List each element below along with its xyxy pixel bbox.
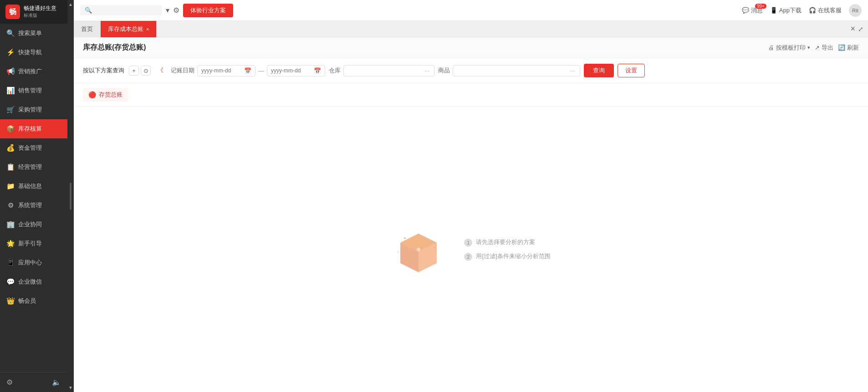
online-service-label: 在线客服 <box>818 6 842 15</box>
sidebar-footer: ⚙ 🔈 <box>0 372 67 392</box>
search-icon: 🔍 <box>6 29 15 37</box>
sidebar-item-inventory[interactable]: 📦 库存核算 <box>0 119 67 138</box>
sidebar-item-basic[interactable]: 📁 基础信息 <box>0 177 67 196</box>
print-icon: 🖨 <box>768 44 774 51</box>
product-more-icon: ··· <box>570 67 575 74</box>
app-download-item[interactable]: 📱 App下载 <box>770 6 802 15</box>
marketing-icon: 📢 <box>6 67 15 76</box>
date-label: 记账日期 <box>171 66 194 75</box>
inventory-icon: 📦 <box>6 125 15 133</box>
audio-footer-icon[interactable]: 🔈 <box>52 378 61 387</box>
empty-tip-2: 2 用[过滤]条件来缩小分析范围 <box>464 252 550 261</box>
panel-expand-button[interactable]: ⤢ <box>858 25 863 33</box>
filter-product-group: 商品 ··· <box>438 65 580 76</box>
panel-close-button[interactable]: × <box>850 24 855 34</box>
calendar-to-icon[interactable]: 📅 <box>314 67 321 74</box>
system-icon: ⚙ <box>6 201 15 209</box>
tip-1-num: 1 <box>464 239 472 247</box>
message-item[interactable]: 💬 消息 99+ <box>742 6 763 15</box>
sidebar-item-label: 搜索菜单 <box>18 29 42 37</box>
tab-inventory-label: 库存成本总账 <box>108 25 143 33</box>
filter-row: 记账日期 📅 — 📅 仓库 ··· <box>171 64 859 77</box>
date-from-input[interactable] <box>201 67 242 74</box>
scheme-item[interactable]: 🔴 存货总账 <box>83 88 128 102</box>
tab-close-icon[interactable]: × <box>146 26 149 32</box>
industry-btn[interactable]: 体验行业方案 <box>183 4 233 17</box>
setting-button[interactable]: 设置 <box>618 64 645 77</box>
empty-tip-1: 1 请先选择要分析的方案 <box>464 238 550 247</box>
sidebar-item-purchase[interactable]: 🛒 采购管理 <box>0 100 67 119</box>
filter-settings-btn[interactable]: ⊙ <box>141 66 151 76</box>
svg-point-6 <box>398 251 399 252</box>
sidebar-item-finance[interactable]: 💰 资金管理 <box>0 138 67 158</box>
topbar-right: 💬 消息 99+ 📱 App下载 🎧 在线客服 Rit <box>742 4 862 17</box>
app-logo-icon: 畅 <box>5 5 20 19</box>
sidebar-item-label: 营销推广 <box>18 67 42 76</box>
filter-add-btn[interactable]: + <box>129 66 139 76</box>
tip-2-text: 用[过滤]条件来缩小分析范围 <box>476 252 550 260</box>
date-to-input[interactable] <box>271 67 312 74</box>
topbar-dropdown-icon[interactable]: ▾ <box>166 6 169 15</box>
sidebar-item-apps[interactable]: 📱 应用中心 <box>0 253 67 272</box>
sidebar-item-operations[interactable]: 📋 经营管理 <box>0 158 67 177</box>
sidebar-scrollbar-thumb <box>70 183 71 210</box>
date-from-input-wrap[interactable]: 📅 <box>197 65 255 76</box>
query-button[interactable]: 查询 <box>584 64 614 77</box>
phone-icon: 📱 <box>770 7 777 14</box>
newbie-icon: 🌟 <box>6 239 15 248</box>
tab-inventory-ledger[interactable]: 库存成本总账 × <box>101 21 157 37</box>
sidebar-item-quicknav[interactable]: ⚡ 快捷导航 <box>0 43 67 62</box>
online-service-item[interactable]: 🎧 在线客服 <box>809 6 842 15</box>
enterprise-icon: 🏢 <box>6 220 15 229</box>
sidebar-item-search[interactable]: 🔍 搜索菜单 <box>0 24 67 43</box>
empty-box-svg <box>391 222 446 277</box>
tip-2-num: 2 <box>464 253 472 261</box>
sidebar-item-label: 经营管理 <box>18 163 42 171</box>
topbar-search-icon: 🔍 <box>85 7 92 14</box>
sidebar-item-label: 畅会员 <box>18 297 36 305</box>
user-avatar[interactable]: Rit <box>849 4 862 17</box>
settings-footer-icon[interactable]: ⚙ <box>6 378 13 387</box>
empty-illustration <box>391 222 446 277</box>
tab-home-label: 首页 <box>81 25 93 33</box>
sidebar-item-label: 采购管理 <box>18 106 42 114</box>
topbar: 🔍 ▾ ⚙ 体验行业方案 💬 消息 99+ 📱 App下载 🎧 在线客服 Ri <box>74 0 868 21</box>
sidebar-item-label: 系统管理 <box>18 201 42 209</box>
refresh-btn[interactable]: 🔄 刷新 <box>838 44 859 52</box>
sidebar-item-enterprise[interactable]: 🏢 企业协同 <box>0 215 67 234</box>
sidebar-item-member[interactable]: 👑 畅会员 <box>0 291 67 311</box>
sidebar-item-label: 资金管理 <box>18 144 42 152</box>
export-btn[interactable]: ↗ 导出 <box>815 44 833 52</box>
sidebar-item-marketing[interactable]: 📢 营销推广 <box>0 62 67 81</box>
purchase-icon: 🛒 <box>6 106 15 114</box>
print-btn[interactable]: 🖨 按模板打印 ▾ <box>768 44 810 52</box>
sidebar-scroll-down[interactable]: ▼ <box>68 385 73 390</box>
sidebar-item-sales[interactable]: 📊 销售管理 <box>0 81 67 100</box>
sidebar-item-newbie[interactable]: 🌟 新手引导 <box>0 234 67 253</box>
sidebar: 畅 畅捷通好生意 标准版 🔍 搜索菜单 ⚡ 快捷导航 📢 营销推广 📊 销售管理… <box>0 0 67 392</box>
calendar-from-icon[interactable]: 📅 <box>244 67 251 74</box>
tab-home[interactable]: 首页 <box>74 21 101 37</box>
filter-collapse-btn[interactable]: 《 <box>157 66 163 75</box>
filter-label: 按以下方案查询 <box>83 66 124 75</box>
page-content: 库存总账(存货总账) 🖨 按模板打印 ▾ ↗ 导出 🔄 刷新 按以下方案查询 <box>74 37 868 392</box>
sidebar-scroll-up[interactable]: ▲ <box>68 2 73 7</box>
topbar-search-area[interactable]: 🔍 <box>80 5 162 15</box>
sidebar-item-system[interactable]: ⚙ 系统管理 <box>0 196 67 215</box>
topbar-search-input[interactable] <box>94 7 148 14</box>
sidebar-item-label: 企业协同 <box>18 220 42 229</box>
warehouse-select[interactable]: ··· <box>343 65 434 76</box>
topbar-gear-icon[interactable]: ⚙ <box>173 6 179 15</box>
warehouse-more-icon: ··· <box>424 67 429 74</box>
scheme-area: 🔴 存货总账 <box>74 83 868 107</box>
sidebar-item-wechat[interactable]: 💬 企业微信 <box>0 272 67 291</box>
export-icon: ↗ <box>815 44 820 51</box>
apps-icon: 📱 <box>6 259 15 267</box>
operations-icon: 📋 <box>6 163 15 171</box>
filter-date-group: 记账日期 📅 — 📅 <box>171 65 325 76</box>
date-to-input-wrap[interactable]: 📅 <box>267 65 325 76</box>
product-select[interactable]: ··· <box>453 65 580 76</box>
page-header: 库存总账(存货总账) 🖨 按模板打印 ▾ ↗ 导出 🔄 刷新 <box>74 37 868 58</box>
topbar-left: 🔍 ▾ ⚙ 体验行业方案 <box>80 4 233 17</box>
sidebar-logo: 畅 畅捷通好生意 标准版 <box>0 0 67 24</box>
